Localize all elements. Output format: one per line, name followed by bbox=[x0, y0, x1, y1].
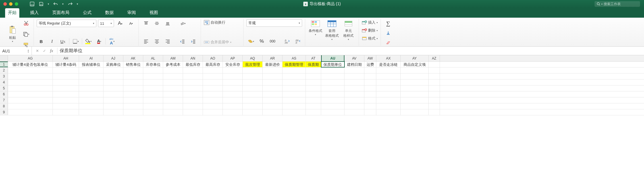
cell-AT6[interactable] bbox=[306, 91, 321, 97]
minimize-window[interactable] bbox=[9, 2, 13, 6]
percent-icon[interactable]: % bbox=[257, 37, 266, 45]
cell-AO6[interactable] bbox=[203, 91, 223, 97]
increase-decimal-icon[interactable]: .0.00 bbox=[282, 37, 291, 45]
cell-AH5[interactable] bbox=[53, 85, 79, 91]
cell-AS5[interactable] bbox=[282, 85, 306, 91]
cell-AJ9[interactable] bbox=[103, 109, 123, 115]
cell-AM9[interactable] bbox=[163, 109, 183, 115]
cell-AZ6[interactable] bbox=[429, 91, 440, 97]
cell-AY9[interactable] bbox=[401, 109, 429, 115]
cell-AN8[interactable] bbox=[183, 103, 203, 109]
decrease-font-icon[interactable]: A▾ bbox=[126, 19, 136, 27]
cell-AX5[interactable] bbox=[376, 85, 401, 91]
cell-AR7[interactable] bbox=[263, 97, 282, 103]
number-format-combo[interactable]: 常规▾ bbox=[246, 19, 302, 27]
cell-AH6[interactable] bbox=[53, 91, 79, 97]
tab-page-layout[interactable]: 页面布局 bbox=[49, 8, 72, 18]
decrease-indent-icon[interactable] bbox=[178, 37, 187, 45]
cell-AL1[interactable]: 库存单位 bbox=[143, 62, 163, 67]
underline-button[interactable]: U▾ bbox=[58, 37, 67, 45]
col-header-AO[interactable]: AO bbox=[203, 55, 223, 61]
col-header-AN[interactable]: AN bbox=[183, 55, 203, 61]
col-header-AW[interactable]: AW bbox=[364, 55, 376, 61]
cell-AR3[interactable] bbox=[263, 73, 282, 79]
tab-data[interactable]: 数据 bbox=[102, 8, 117, 18]
cell-AS2[interactable] bbox=[282, 67, 306, 73]
increase-font-icon[interactable]: A▴ bbox=[116, 19, 125, 27]
tab-insert[interactable]: 插入 bbox=[27, 8, 41, 18]
font-name-combo[interactable]: 等线 Regular (正文)▾ bbox=[37, 20, 96, 27]
cell-AK7[interactable] bbox=[123, 97, 143, 103]
cell-AL3[interactable] bbox=[143, 73, 163, 79]
cell-AG5[interactable] bbox=[8, 85, 53, 91]
cell-AM2[interactable] bbox=[163, 67, 183, 73]
cell-AY8[interactable] bbox=[401, 103, 429, 109]
cell-AK2[interactable] bbox=[123, 67, 143, 73]
cell-AI2[interactable] bbox=[79, 67, 103, 73]
cell-AS4[interactable] bbox=[282, 79, 306, 85]
cell-AM1[interactable]: 参考成本 bbox=[163, 62, 183, 67]
cell-AO7[interactable] bbox=[203, 97, 223, 103]
cell-AQ2[interactable] bbox=[243, 67, 263, 73]
undo-caret[interactable]: ▾ bbox=[62, 3, 64, 5]
cell-AZ2[interactable] bbox=[429, 67, 440, 73]
cell-AJ8[interactable] bbox=[103, 103, 123, 109]
cell-AZ1[interactable] bbox=[429, 62, 440, 67]
cell-AX2[interactable] bbox=[376, 67, 401, 73]
fx-icon[interactable]: fx bbox=[50, 48, 53, 53]
cell-AQ8[interactable] bbox=[243, 103, 263, 109]
cell-AG8[interactable] bbox=[8, 103, 53, 109]
cell-AW6[interactable] bbox=[364, 91, 376, 97]
cell-AW2[interactable] bbox=[364, 67, 376, 73]
font-size-combo[interactable]: 11▾ bbox=[98, 20, 114, 27]
cell-AY1[interactable]: 商品自定义项 bbox=[401, 62, 429, 67]
cell-AG3[interactable] bbox=[8, 73, 53, 79]
cell-AP2[interactable] bbox=[223, 67, 243, 73]
row-header-7[interactable]: 7 bbox=[0, 97, 8, 103]
row-header-5[interactable]: 5 bbox=[0, 85, 8, 91]
cell-AS3[interactable] bbox=[282, 73, 306, 79]
cell-AW4[interactable] bbox=[364, 79, 376, 85]
increase-indent-icon[interactable] bbox=[189, 37, 198, 45]
cell-AO5[interactable] bbox=[203, 85, 223, 91]
row-header-1[interactable]: 1 bbox=[0, 62, 8, 67]
cell-AZ4[interactable] bbox=[429, 79, 440, 85]
autosave-icon[interactable] bbox=[30, 1, 35, 7]
cell-AL9[interactable] bbox=[143, 109, 163, 115]
cell-AQ6[interactable] bbox=[243, 91, 263, 97]
cell-AV8[interactable] bbox=[344, 103, 364, 109]
cell-AH3[interactable] bbox=[53, 73, 79, 79]
align-left-icon[interactable] bbox=[142, 37, 151, 45]
cell-AR4[interactable] bbox=[263, 79, 282, 85]
copy-icon[interactable]: ▾ bbox=[22, 30, 31, 38]
cell-AU5[interactable] bbox=[321, 85, 344, 91]
cell-AV5[interactable] bbox=[344, 85, 364, 91]
paste-button[interactable]: 粘贴 ▾ bbox=[5, 26, 20, 43]
row-header-6[interactable]: 6 bbox=[0, 91, 8, 97]
cell-AX7[interactable] bbox=[376, 97, 401, 103]
cell-AK1[interactable]: 销售单位 bbox=[123, 62, 143, 67]
cell-AP9[interactable] bbox=[223, 109, 243, 115]
col-header-AM[interactable]: AM bbox=[163, 55, 183, 61]
cell-AR2[interactable] bbox=[263, 67, 282, 73]
cell-AH4[interactable] bbox=[53, 79, 79, 85]
cell-AG7[interactable] bbox=[8, 97, 53, 103]
col-header-AZ[interactable]: AZ bbox=[429, 55, 440, 61]
cell-AJ4[interactable] bbox=[103, 79, 123, 85]
cell-AP3[interactable] bbox=[223, 73, 243, 79]
border-button[interactable]: ▾ bbox=[71, 37, 80, 45]
select-all-corner[interactable] bbox=[0, 55, 8, 61]
cell-AM4[interactable] bbox=[163, 79, 183, 85]
cut-icon[interactable] bbox=[22, 19, 31, 27]
cell-AZ9[interactable] bbox=[429, 109, 440, 115]
cell-AL2[interactable] bbox=[143, 67, 163, 73]
col-header-AJ[interactable]: AJ bbox=[103, 55, 123, 61]
redo-icon[interactable] bbox=[68, 1, 73, 7]
cell-AG1[interactable]: 辅计量4是否包装单位 bbox=[8, 62, 53, 67]
cell-AL5[interactable] bbox=[143, 85, 163, 91]
cell-AI1[interactable]: 报表辅单位 bbox=[79, 62, 103, 67]
cell-AQ9[interactable] bbox=[243, 109, 263, 115]
cell-AK9[interactable] bbox=[123, 109, 143, 115]
cell-AX6[interactable] bbox=[376, 91, 401, 97]
cell-AV1[interactable]: 建档日期 bbox=[344, 62, 364, 67]
